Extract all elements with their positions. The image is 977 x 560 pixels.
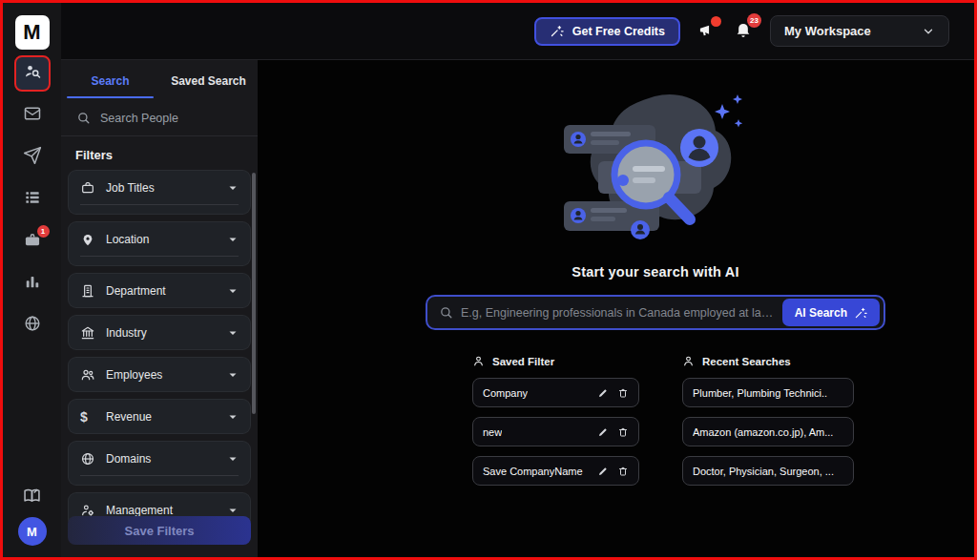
- app-logo-letter: M: [23, 20, 40, 45]
- people-icon: [80, 367, 95, 383]
- divider: [80, 475, 239, 476]
- filter-label: Employees: [106, 368, 162, 382]
- filter-job-titles[interactable]: Job Titles: [68, 170, 251, 215]
- saved-filter-item[interactable]: new: [472, 417, 639, 446]
- magic-wand-icon: [550, 24, 564, 38]
- sidebar-item-send[interactable]: [14, 139, 51, 176]
- chevron-down-icon: [227, 234, 239, 245]
- filter-location[interactable]: Location: [68, 221, 251, 266]
- recent-search-item[interactable]: Doctor, Physician, Surgeon, ...: [682, 456, 854, 486]
- chevron-down-icon: [227, 182, 239, 194]
- filter-revenue[interactable]: $ Revenue: [68, 399, 251, 434]
- sidebar-item-mail[interactable]: [14, 97, 51, 134]
- divider: [80, 256, 239, 257]
- saved-filter-item[interactable]: Save CompanyName: [472, 456, 639, 486]
- tab-search-label: Search: [91, 74, 129, 88]
- sidebar-bottom: M: [18, 486, 47, 546]
- recent-search-text: Plumber, Plumbing Technici..: [693, 387, 827, 399]
- sidebar-item-people-search[interactable]: [14, 55, 51, 92]
- sidebar-item-globe[interactable]: [14, 307, 51, 343]
- saved-filter-header: Saved Filter: [472, 355, 639, 367]
- filter-label: Revenue: [106, 410, 152, 424]
- search-people-input[interactable]: [100, 112, 254, 125]
- chevron-down-icon: [227, 369, 239, 381]
- chevron-down-icon: [227, 411, 239, 423]
- filter-label: Management: [106, 504, 173, 517]
- paper-plane-icon: [23, 146, 42, 169]
- edit-pencil-icon[interactable]: [597, 466, 609, 477]
- tab-search[interactable]: Search: [61, 64, 159, 98]
- filter-label: Department: [106, 284, 166, 298]
- list-icon: [23, 188, 42, 211]
- chevron-down-icon: [227, 327, 239, 339]
- filter-department[interactable]: Department: [68, 273, 251, 308]
- ai-search-button[interactable]: AI Search: [782, 299, 880, 326]
- filter-domains[interactable]: Domains: [68, 441, 251, 486]
- recent-search-text: Amazon (amazon.co.jp), Am...: [693, 426, 833, 438]
- recent-search-item[interactable]: Amazon (amazon.co.jp), Am...: [682, 417, 854, 446]
- get-free-credits-label: Get Free Credits: [572, 25, 665, 38]
- sidebar: M: [3, 3, 61, 557]
- globe-icon: [23, 314, 42, 337]
- filter-employees[interactable]: Employees: [68, 357, 251, 392]
- ai-search-input[interactable]: [461, 306, 775, 320]
- person-icon: [682, 355, 695, 367]
- sidebar-item-lists[interactable]: [14, 181, 51, 218]
- delete-trash-icon[interactable]: [617, 387, 629, 399]
- dollar-icon: $: [80, 409, 95, 425]
- edit-pencil-icon[interactable]: [597, 426, 609, 438]
- chevron-down-icon: [227, 285, 239, 297]
- panel-scrollbar[interactable]: [252, 173, 256, 414]
- person-icon: [472, 355, 485, 367]
- mail-icon: [23, 104, 42, 127]
- get-free-credits-button[interactable]: Get Free Credits: [534, 17, 680, 46]
- inbox-badge: 1: [37, 225, 50, 238]
- announcement-dot-badge: [711, 16, 721, 27]
- ai-search-bar: AI Search: [426, 295, 885, 330]
- delete-trash-icon[interactable]: [617, 426, 629, 438]
- briefcase-icon: [80, 180, 95, 196]
- tab-saved-search[interactable]: Saved Search: [159, 64, 258, 98]
- chevron-down-icon: [922, 25, 935, 38]
- recent-search-text: Doctor, Physician, Surgeon, ...: [693, 466, 834, 477]
- notifications-button[interactable]: 23: [734, 20, 753, 43]
- saved-filter-name: Company: [483, 387, 528, 399]
- ai-search-label: AI Search: [795, 306, 847, 320]
- saved-filter-item[interactable]: Company: [472, 378, 639, 407]
- filter-list: Job Titles Location: [61, 170, 258, 528]
- edit-pencil-icon[interactable]: [597, 387, 609, 399]
- filters-title: Filters: [61, 136, 258, 170]
- saved-filter-section: Saved Filter Company: [472, 355, 639, 495]
- save-filters-button[interactable]: Save Filters: [68, 516, 251, 545]
- main-content: Start your search with AI AI Search: [258, 60, 974, 557]
- search-icon: [439, 305, 453, 320]
- ai-search-heading: Start your search with AI: [572, 264, 738, 280]
- avatar-circle: [680, 129, 718, 167]
- user-avatar[interactable]: M: [18, 517, 47, 546]
- saved-filter-title: Saved Filter: [492, 356, 554, 367]
- app-window: M: [0, 0, 977, 560]
- bar-chart-icon: [23, 272, 42, 295]
- recent-search-item[interactable]: Plumber, Plumbing Technici..: [682, 378, 854, 407]
- map-pin-icon: [80, 232, 95, 247]
- chevron-down-icon: [227, 453, 239, 465]
- sidebar-item-analytics[interactable]: [14, 265, 51, 301]
- announcements-button[interactable]: [697, 20, 717, 43]
- workspace-dropdown[interactable]: My Workspace: [770, 15, 949, 47]
- people-search-icon: [23, 62, 42, 85]
- delete-trash-icon[interactable]: [617, 466, 629, 477]
- tab-saved-search-label: Saved Search: [171, 74, 246, 88]
- topbar: Get Free Credits 23 My Workspace: [61, 3, 974, 60]
- building-icon: [80, 283, 95, 299]
- search-icon: [76, 111, 91, 125]
- app-logo[interactable]: M: [15, 15, 50, 50]
- filter-industry[interactable]: Industry: [68, 315, 251, 350]
- search-illustration: [562, 87, 749, 251]
- docs-book-icon[interactable]: [22, 486, 42, 506]
- globe-icon: [80, 451, 95, 467]
- workspace-label: My Workspace: [784, 24, 871, 38]
- search-people-row: [61, 98, 258, 136]
- bank-icon: [80, 325, 95, 341]
- divider: [80, 204, 239, 205]
- sidebar-item-inbox[interactable]: 1: [14, 223, 51, 259]
